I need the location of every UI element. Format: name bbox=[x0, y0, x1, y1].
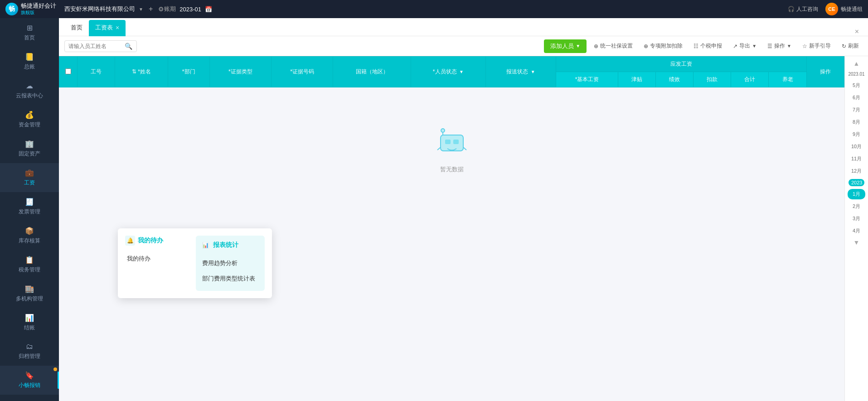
sidebar-item-home[interactable]: ⊞ 首页 bbox=[0, 18, 59, 47]
sidebar-item-tax[interactable]: 📋 税务管理 bbox=[0, 250, 59, 279]
new-guide-action[interactable]: ☆ 新手引导 bbox=[799, 40, 834, 52]
sidebar-item-settlement[interactable]: 📊 结账 bbox=[0, 308, 59, 337]
month-nav-item-10[interactable]: 10月 bbox=[845, 140, 868, 153]
export-action[interactable]: ↗ 导出 ▼ bbox=[729, 40, 760, 52]
search-input[interactable] bbox=[68, 43, 123, 49]
table-header-row1: 工号 ⇅ *姓名 *部门 *证据类型 *证据号码 国籍（地区） *人员状态 ▼ … bbox=[59, 57, 844, 72]
xiaochang-icon: 🔖 bbox=[25, 371, 34, 380]
sidebar-item-reports[interactable]: ☁ 云报表中心 bbox=[0, 76, 59, 105]
dropdown-item-cost-trend[interactable]: 费用趋势分析 bbox=[200, 256, 260, 271]
app-sub: 旗舰版 bbox=[21, 10, 56, 16]
special-deduction-action[interactable]: ⊕ 专项附加扣除 bbox=[640, 40, 686, 52]
year-2023-badge: 2023 bbox=[849, 179, 864, 186]
tab-close-icon[interactable]: × bbox=[116, 24, 119, 31]
calendar-icon[interactable]: 📅 bbox=[205, 6, 212, 13]
cost-trend-label: 费用趋势分析 bbox=[202, 260, 238, 266]
th-checkbox[interactable] bbox=[59, 57, 78, 87]
personal-tax-action[interactable]: ☷ 个税申报 bbox=[690, 40, 726, 52]
social-insurance-action[interactable]: ⊕ 统一社保设置 bbox=[590, 40, 636, 52]
tab-home[interactable]: 首页 bbox=[64, 20, 89, 36]
tab-bar-close[interactable]: × bbox=[851, 28, 863, 36]
month-nav-item-5[interactable]: 5月 bbox=[845, 79, 868, 92]
sidebar-item-salary[interactable]: 💼 工资 bbox=[0, 163, 59, 192]
sidebar-item-multiorg[interactable]: 🏬 多机构管理 bbox=[0, 279, 59, 308]
empty-state: 暂无数据 bbox=[59, 87, 844, 210]
personal-tax-label: 个税申报 bbox=[700, 42, 722, 50]
sidebar-label-tax: 税务管理 bbox=[19, 266, 40, 274]
sidebar-label-xiaochang: 小畅报销 bbox=[19, 382, 40, 389]
sidebar-label-settlement: 结账 bbox=[24, 324, 35, 332]
sidebar-label-home: 首页 bbox=[24, 34, 35, 42]
month-nav-item-3[interactable]: 3月 bbox=[845, 213, 868, 225]
sidebar-label-assets: 固定资产 bbox=[19, 150, 40, 158]
tab-salary-label: 工资表 bbox=[95, 24, 113, 32]
month-nav-item-9[interactable]: 9月 bbox=[845, 128, 868, 140]
month-nav-item-8[interactable]: 8月 bbox=[845, 116, 868, 128]
month-nav-item-2023-01[interactable]: 2023.01 bbox=[845, 69, 868, 79]
th-performance: 绩效 bbox=[655, 72, 693, 87]
month-nav-item-11[interactable]: 11月 bbox=[845, 153, 868, 165]
tab-salary-table[interactable]: 工资表 × bbox=[89, 20, 126, 36]
month-nav-item-12[interactable]: 12月 bbox=[845, 165, 868, 177]
month-nav-item-4[interactable]: 4月 bbox=[845, 225, 868, 237]
sidebar-label-salary: 工资 bbox=[24, 179, 35, 187]
add-person-button[interactable]: 添加人员 ▼ bbox=[544, 39, 587, 53]
svg-line-5 bbox=[437, 147, 441, 150]
app-name: 畅捷通好会计 bbox=[21, 2, 56, 10]
report-status-filter-icon[interactable]: ▼ bbox=[531, 69, 535, 74]
operations-icon: ☰ bbox=[767, 43, 772, 49]
sidebar-item-xiaochang[interactable]: 🔖 小畅报销 bbox=[0, 366, 59, 395]
svg-point-4 bbox=[441, 129, 445, 132]
month-nav-up-arrow[interactable]: ▲ bbox=[852, 58, 862, 69]
settings-icon[interactable]: ⚙ bbox=[158, 5, 164, 13]
sidebar-item-assets[interactable]: 🏢 固定资产 bbox=[0, 134, 59, 163]
ledger-icon: 📒 bbox=[25, 53, 34, 61]
social-insurance-label: 统一社保设置 bbox=[600, 42, 633, 50]
person-status-filter-icon[interactable]: ▼ bbox=[459, 69, 464, 74]
social-insurance-icon: ⊕ bbox=[594, 43, 598, 49]
col1-icon: 🔔 bbox=[125, 236, 135, 246]
month-nav-item-6[interactable]: 6月 bbox=[845, 92, 868, 104]
sidebar-item-archive[interactable]: 🗂 归档管理 bbox=[0, 337, 59, 366]
th-report-status: 报送状态 ▼ bbox=[485, 57, 556, 87]
header-actions: 🎧 人工咨询 CE 畅捷通组 bbox=[788, 3, 863, 15]
user-area[interactable]: CE 畅捷通组 bbox=[825, 3, 863, 15]
user-avatar: CE bbox=[825, 3, 838, 15]
new-guide-icon: ☆ bbox=[802, 43, 807, 49]
funds-icon: 💰 bbox=[25, 111, 34, 119]
service-button[interactable]: 🎧 人工咨询 bbox=[788, 5, 818, 13]
logo-area: 畅 畅捷通好会计 旗舰版 bbox=[5, 2, 60, 16]
sidebar-item-invoices[interactable]: 🧾 发票管理 bbox=[0, 192, 59, 221]
empty-state-text: 暂无数据 bbox=[440, 165, 464, 174]
add-person-label: 添加人员 bbox=[550, 42, 574, 50]
period-value[interactable]: 2023-01 bbox=[179, 6, 201, 13]
sidebar-item-inventory[interactable]: 📦 库存核算 bbox=[0, 221, 59, 250]
sidebar-item-basic[interactable]: ⚙ 基础设置 bbox=[0, 395, 59, 401]
add-person-dropdown-icon: ▼ bbox=[576, 43, 580, 48]
sidebar-item-ledger[interactable]: 📒 总账 bbox=[0, 47, 59, 76]
company-selector[interactable]: 西安虾米网络科技有限公司 ▼ + ⚙ bbox=[64, 5, 164, 13]
personal-tax-icon: ☷ bbox=[693, 43, 698, 49]
month-nav-item-1-current[interactable]: 1月 bbox=[848, 189, 865, 199]
user-name: 畅捷通组 bbox=[841, 5, 863, 13]
logo-text-area: 畅捷通好会计 旗舰版 bbox=[21, 2, 56, 16]
add-company-icon[interactable]: + bbox=[149, 5, 153, 13]
search-icon[interactable]: 🔍 bbox=[125, 43, 132, 50]
refresh-action[interactable]: ↻ 刷新 bbox=[838, 40, 863, 52]
my-todo-label: 我的待办 bbox=[127, 255, 150, 262]
th-base-salary: *基本工资 bbox=[556, 72, 618, 87]
month-nav-down-arrow[interactable]: ▼ bbox=[852, 237, 862, 248]
sidebar-item-funds[interactable]: 💰 资金管理 bbox=[0, 105, 59, 134]
svg-line-6 bbox=[463, 147, 466, 150]
month-nav-item-2[interactable]: 2月 bbox=[845, 200, 868, 213]
month-nav-item-7[interactable]: 7月 bbox=[845, 104, 868, 116]
th-person-status: *人员状态 ▼ bbox=[411, 57, 485, 87]
dropdown-item-my-todo[interactable]: 我的待办 bbox=[125, 251, 185, 266]
select-all-checkbox[interactable] bbox=[65, 68, 71, 74]
sidebar-label-ledger: 总账 bbox=[24, 63, 35, 71]
search-box[interactable]: 🔍 bbox=[64, 40, 137, 52]
sidebar-label-funds: 资金管理 bbox=[19, 121, 40, 129]
tax-icon: 📋 bbox=[25, 256, 34, 264]
dropdown-item-dept-cost[interactable]: 部门费用类型统计表 bbox=[200, 271, 260, 286]
operations-action[interactable]: ☰ 操作 ▼ bbox=[764, 40, 795, 52]
